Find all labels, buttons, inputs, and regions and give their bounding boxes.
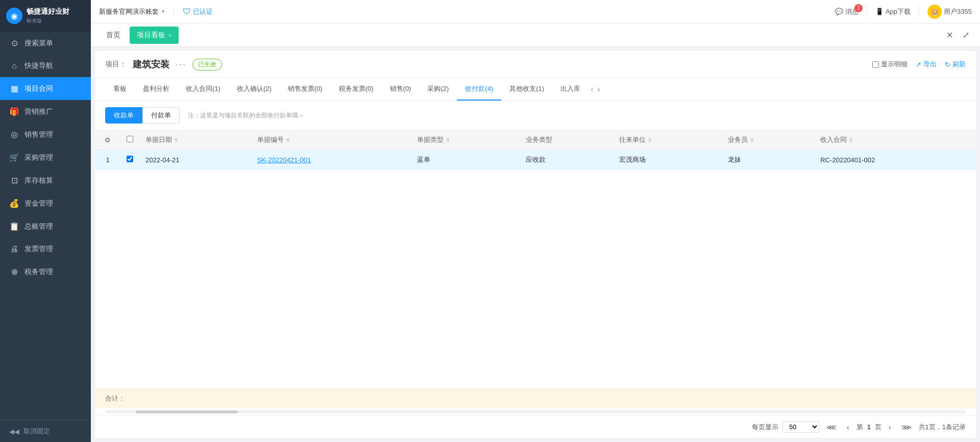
tab-home[interactable]: 首页 (99, 27, 128, 44)
row-partner: 宏茂商场 (613, 150, 722, 170)
th-date[interactable]: 单据日期 ⇅ (139, 130, 251, 150)
pagination: 每页显示 50 20 100 ⋘ ‹ 第 1 页 › ⋙ 共1页，1条记录 (95, 415, 976, 438)
app-download-btn[interactable]: 📱 App下载 (875, 7, 911, 16)
sidebar-unpin[interactable]: ◀◀ 取消固定 (0, 420, 91, 442)
sidebar-item-label: 搜索菜单 (24, 39, 53, 48)
scroll-bar-container (95, 408, 976, 415)
subnav-sales[interactable]: 销售(0) (382, 78, 420, 101)
sidebar-item-tax[interactable]: ⊗ 税务管理 (0, 260, 91, 283)
th-partner[interactable]: 往来单位 ⇅ (613, 130, 722, 150)
subnav-inout[interactable]: 出入库 (552, 78, 589, 101)
table-row[interactable]: 1 2022-04-21 SK-20220421-001 蓝单 应收款 宏茂商场… (95, 150, 976, 170)
row-type: 蓝单 (411, 150, 520, 170)
page-last-btn[interactable]: ⋙ (898, 422, 915, 432)
sidebar-item-label: 项目合同 (24, 84, 53, 93)
tab-close-icon[interactable]: × (168, 32, 172, 38)
divider (867, 6, 867, 18)
sidebar-nav: ⊙ 搜索菜单 ⌂ 快捷导航 ▦ 项目合同 🎁 营销推广 ◎ 销售管理 🛒 采购管… (0, 32, 91, 420)
table-container: ⚙ 单据日期 ⇅ 单据编号 (95, 130, 976, 388)
subnav-profit[interactable]: 盈利分析 (135, 78, 178, 101)
export-button[interactable]: ↗ 导出 (916, 60, 937, 69)
page-first-btn[interactable]: ⋘ (823, 422, 840, 432)
page-next-btn[interactable]: › (886, 422, 894, 432)
subnav-board[interactable]: 看板 (105, 78, 135, 101)
sidebar-item-label: 税务管理 (24, 267, 53, 277)
row-number[interactable]: SK-20220421-001 (251, 150, 411, 170)
subnav-salesinvoice[interactable]: 销售发票(0) (280, 78, 331, 101)
th-incomecontract[interactable]: 收入合同 ⇅ (814, 130, 976, 150)
nav-prev-arrow[interactable]: ‹ (589, 85, 595, 94)
th-biztype-label: 业务类型 (526, 136, 552, 143)
sidebar-item-finance[interactable]: 💰 资金管理 (0, 192, 91, 215)
subnav-taxinvoice[interactable]: 税务发票(0) (331, 78, 382, 101)
export-label: 导出 (923, 60, 937, 69)
th-type[interactable]: 单据类型 ⇅ (411, 130, 520, 150)
show-detail-checkbox[interactable]: 显示明细 (872, 60, 908, 69)
th-number[interactable]: 单据编号 ⇅ (251, 130, 411, 150)
close-button[interactable]: ✕ (943, 29, 955, 41)
receipt-toggle-btn[interactable]: 收款单 (105, 107, 142, 124)
tab-projectboard[interactable]: 项目看板 × (130, 27, 179, 44)
sidebar-item-quicknav[interactable]: ⌂ 快捷导航 (0, 55, 91, 77)
page-size-select[interactable]: 50 20 100 (782, 421, 819, 433)
more-icon[interactable]: ··· (176, 59, 186, 70)
row-checkbox[interactable] (127, 156, 133, 162)
money-icon: 💰 (9, 199, 19, 208)
sidebar-item-ledger[interactable]: 📋 总账管理 (0, 215, 91, 238)
nav-next-arrow[interactable]: › (595, 85, 602, 94)
app-name: 畅捷通好业财 (27, 7, 69, 16)
project-icon: ▦ (9, 84, 19, 93)
page-total: 共1页，1条记录 (919, 423, 966, 432)
refresh-button[interactable]: ↻ 刷新 (945, 60, 966, 69)
tab-home-label: 首页 (106, 31, 120, 40)
sidebar-item-invoice[interactable]: 🖨 发票管理 (0, 238, 91, 260)
page-prev-btn[interactable]: ‹ (844, 422, 852, 432)
th-number-label: 单据编号 (257, 135, 284, 144)
subnav-receipt[interactable]: 收付款(4) (457, 78, 501, 101)
subnav-incomeverify[interactable]: 收入确认(2) (229, 78, 280, 101)
account-selector[interactable]: 新服务官网演示账套 ▾ (99, 7, 165, 16)
sidebar-item-projectcontract[interactable]: ▦ 项目合同 (0, 77, 91, 100)
sidebar-item-label: 库存核算 (24, 176, 53, 185)
refresh-icon: ↻ (945, 61, 950, 68)
sidebar-item-sales[interactable]: ◎ 销售管理 (0, 123, 91, 146)
account-name: 新服务官网演示账套 (99, 7, 159, 16)
scroll-bar-thumb[interactable] (136, 410, 238, 413)
th-salesperson[interactable]: 业务员 ⇅ (722, 130, 814, 150)
window-controls: ✕ ⤢ (943, 29, 972, 41)
scroll-bar[interactable] (105, 410, 966, 413)
settings-icon[interactable]: ⚙ (105, 136, 111, 144)
subnav-purchase[interactable]: 采购(2) (419, 78, 457, 101)
sidebar-item-label: 发票管理 (24, 244, 53, 254)
page-label: 第 (856, 423, 863, 432)
table-header-row: ⚙ 单据日期 ⇅ 单据编号 (95, 130, 976, 150)
sidebar-item-marketing[interactable]: 🎁 营销推广 (0, 100, 91, 123)
subnav-incomecontract[interactable]: 收入合同(1) (178, 78, 229, 101)
sort-icon: ⇅ (446, 137, 450, 143)
sort-icon: ⇅ (849, 137, 853, 143)
user-profile[interactable]: 🐹 用户3355 (927, 5, 972, 19)
sidebar-item-inventory[interactable]: ⊡ 库存核算 (0, 169, 91, 192)
row-number-link[interactable]: SK-20220421-001 (257, 156, 311, 164)
maximize-button[interactable]: ⤢ (960, 29, 972, 41)
th-settings[interactable]: ⚙ (95, 130, 120, 150)
app-download-label: App下载 (886, 7, 911, 16)
printer-icon: 🖨 (9, 244, 19, 254)
select-all-checkbox[interactable] (127, 136, 133, 142)
th-type-label: 单据类型 (417, 135, 444, 144)
toggle-note: 注：这里是与项目关联的全部收付款单哦～ (188, 111, 304, 120)
export-icon: ↗ (916, 61, 921, 68)
certified-label: 已认证 (193, 7, 213, 16)
subnav-other[interactable]: 其他收支(1) (501, 78, 552, 101)
avatar-emoji: 🐹 (930, 8, 939, 16)
detail-checkbox[interactable] (872, 61, 879, 68)
sidebar-item-purchase[interactable]: 🛒 采购管理 (0, 146, 91, 169)
sidebar-item-label: 快捷导航 (24, 61, 53, 70)
messages-btn[interactable]: 💬 消息 1 (835, 7, 859, 16)
sidebar-item-search[interactable]: ⊙ 搜索菜单 (0, 32, 91, 55)
sidebar-item-label: 总账管理 (24, 222, 53, 231)
main-content: 新服务官网演示账套 ▾ | 🛡 已认证 💬 消息 1 📱 App下载 (91, 0, 980, 442)
payment-toggle-btn[interactable]: 付款单 (142, 107, 180, 124)
row-checkbox-cell[interactable] (120, 150, 139, 170)
sidebar-item-label: 采购管理 (24, 153, 53, 162)
